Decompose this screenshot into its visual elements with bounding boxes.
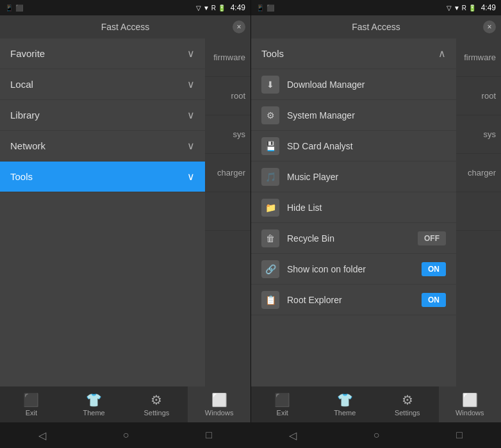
drawer-favorite[interactable]: Favorite ∨ — [0, 38, 205, 69]
hide-list-label: Hide List — [287, 203, 446, 213]
android-home-left[interactable]: ○ — [123, 429, 129, 441]
show-icon-folder-icon: 🔗 — [261, 260, 279, 278]
sd-card-analyst-label: SD Card Analyst — [287, 141, 446, 151]
bottom-nav: ⬛ Exit 👕 Theme ⚙ Settings ⬜ Windows ⬛ Ex… — [0, 386, 501, 422]
nav-theme-right[interactable]: 👕 Theme — [314, 386, 377, 422]
android-home-right[interactable]: ○ — [374, 429, 380, 441]
nav-settings-left[interactable]: ⚙ Settings — [126, 386, 188, 422]
status-time-right: 4:49 — [481, 3, 496, 12]
status-time-left: 4:49 — [231, 3, 245, 12]
theme-icon-left: 👕 — [86, 392, 102, 408]
tool-download-manager[interactable]: ⬇ Download Manager — [251, 69, 456, 100]
settings-label-right: Settings — [395, 409, 420, 417]
recycle-bin-toggle[interactable]: OFF — [418, 231, 446, 245]
left-nav: ⬛ Exit 👕 Theme ⚙ Settings ⬜ Windows — [0, 386, 250, 422]
left-panel-close[interactable]: × — [233, 21, 245, 33]
right-panel-status-icon1: 📱 — [256, 4, 264, 12]
right-panel: Fast Access × 📁 firmware 📁 root 📁 sys — [250, 15, 501, 386]
root-explorer-toggle[interactable]: ON — [422, 293, 446, 307]
left-panel-title: Fast Access — [101, 22, 149, 32]
windows-label-left: Windows — [205, 409, 234, 417]
tool-sd-card-analyst[interactable]: 💾 SD Card Analyst — [251, 131, 456, 162]
left-panel: Fast Access × 📁 firmware 📁 root 📁 sys — [0, 15, 250, 386]
music-player-label: Music Player — [287, 172, 446, 182]
show-icon-folder-toggle[interactable]: ON — [422, 262, 446, 276]
tool-show-icon-on-folder[interactable]: 🔗 Show icon on folder ON — [251, 254, 456, 285]
root-explorer-icon: 📋 — [261, 291, 279, 309]
exit-label-left: Exit — [26, 409, 37, 417]
download-manager-label: Download Manager — [287, 79, 446, 90]
root-explorer-label: Root Explorer — [287, 295, 414, 305]
right-panel-content: 📁 firmware 📁 root 📁 sys ? charger ? — [251, 38, 501, 386]
tool-music-player[interactable]: 🎵 Music Player — [251, 162, 456, 192]
drawer-tools[interactable]: Tools ∨ — [0, 162, 205, 192]
android-nav: ◁ ○ □ ◁ ○ □ — [0, 422, 501, 448]
left-panel-content: 📁 firmware 📁 root 📁 sys ? charger ? — [0, 38, 250, 386]
system-manager-label: System Manager — [287, 110, 446, 120]
tools-drawer: Tools ∧ ⬇ Download Manager ⚙ System Mana… — [251, 38, 456, 386]
nav-exit-left[interactable]: ⬛ Exit — [0, 386, 63, 422]
windows-icon-left: ⬜ — [211, 392, 227, 408]
windows-icon-right: ⬜ — [462, 392, 478, 408]
status-icons-right2: ▽ ▼ R 🔋 — [447, 4, 475, 12]
left-panel-header: Fast Access × — [0, 15, 250, 38]
drawer-network[interactable]: Network ∨ — [0, 131, 205, 162]
nav-theme-left[interactable]: 👕 Theme — [63, 386, 126, 422]
exit-icon-left: ⬛ — [23, 392, 39, 408]
right-nav: ⬛ Exit 👕 Theme ⚙ Settings ⬜ Windows — [250, 386, 501, 422]
nav-exit-right[interactable]: ⬛ Exit — [251, 386, 314, 422]
sd-card-analyst-icon: 💾 — [261, 137, 279, 155]
left-status-icon2: ⬛ — [15, 4, 23, 12]
android-recents-right[interactable]: □ — [456, 429, 463, 441]
tool-root-explorer[interactable]: 📋 Root Explorer ON — [251, 285, 456, 315]
settings-icon-right: ⚙ — [402, 392, 413, 408]
android-back-right[interactable]: ◁ — [289, 429, 297, 442]
right-panel-status-icon2: ⬛ — [267, 4, 274, 12]
android-back-left[interactable]: ◁ — [38, 429, 46, 442]
left-drawer: Favorite ∨ Local ∨ Library ∨ Network ∨ T… — [0, 38, 205, 386]
nav-windows-right[interactable]: ⬜ Windows — [439, 386, 502, 422]
nav-settings-right[interactable]: ⚙ Settings — [376, 386, 439, 422]
drawer-local[interactable]: Local ∨ — [0, 69, 205, 100]
settings-icon-left: ⚙ — [151, 392, 162, 408]
settings-label-left: Settings — [144, 409, 170, 417]
tools-drawer-header[interactable]: Tools ∧ — [251, 38, 456, 69]
theme-label-right: Theme — [334, 409, 356, 417]
tool-hide-list[interactable]: 📁 Hide List — [251, 192, 456, 223]
right-panel-title: Fast Access — [352, 22, 400, 32]
windows-label-right: Windows — [456, 409, 484, 417]
left-status-icon1: 📱 — [5, 4, 13, 12]
tools-drawer-title: Tools — [261, 48, 284, 59]
android-nav-right: ◁ ○ □ — [250, 429, 501, 442]
nav-windows-left[interactable]: ⬜ Windows — [188, 386, 250, 422]
recycle-bin-label: Recycle Bin — [287, 233, 410, 244]
right-panel-header: Fast Access × — [251, 15, 501, 38]
exit-icon-right: ⬛ — [274, 392, 290, 408]
hide-list-icon: 📁 — [261, 199, 279, 217]
music-player-icon: 🎵 — [261, 168, 279, 186]
status-icons-right: ▽ ▼ R 🔋 — [196, 4, 225, 12]
tool-system-manager[interactable]: ⚙ System Manager — [251, 100, 456, 131]
exit-label-right: Exit — [277, 409, 288, 417]
right-panel-close[interactable]: × — [483, 21, 496, 33]
android-nav-left: ◁ ○ □ — [0, 429, 250, 442]
download-manager-icon: ⬇ — [261, 76, 279, 94]
theme-icon-right: 👕 — [337, 392, 353, 408]
tool-recycle-bin[interactable]: 🗑 Recycle Bin OFF — [251, 223, 456, 254]
show-icon-folder-label: Show icon on folder — [287, 264, 414, 274]
system-manager-icon: ⚙ — [261, 106, 279, 124]
drawer-library[interactable]: Library ∨ — [0, 100, 205, 131]
recycle-bin-icon: 🗑 — [261, 229, 279, 247]
android-recents-left[interactable]: □ — [206, 429, 212, 441]
theme-label-left: Theme — [83, 409, 105, 417]
tools-header-chevron-icon: ∧ — [438, 47, 446, 60]
